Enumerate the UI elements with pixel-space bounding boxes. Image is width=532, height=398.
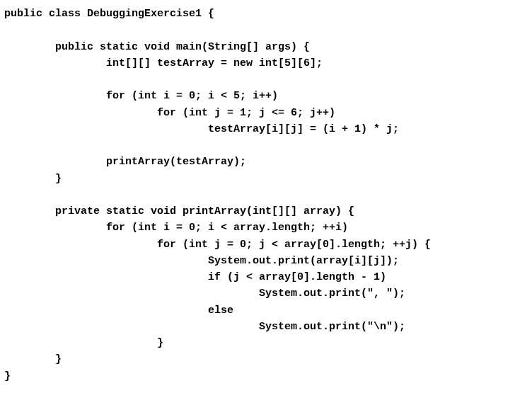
code-line: int[][] testArray = new int[5][6];: [4, 57, 323, 69]
code-line: }: [4, 337, 163, 349]
code-block: public class DebuggingExercise1 { public…: [0, 0, 532, 390]
code-line: if (j < array[0].length - 1): [4, 271, 386, 283]
code-line: System.out.print(", ");: [4, 288, 405, 300]
code-line: public class DebuggingExercise1 {: [4, 8, 214, 20]
code-line: for (int i = 0; i < array.length; ++i): [4, 222, 348, 234]
code-line: else: [4, 305, 233, 317]
code-line: private static void printArray(int[][] a…: [4, 205, 354, 217]
code-line: testArray[i][j] = (i + 1) * j;: [4, 123, 399, 135]
code-line: for (int i = 0; i < 5; i++): [4, 90, 278, 102]
code-line: printArray(testArray);: [4, 156, 246, 168]
code-line: }: [4, 370, 11, 382]
code-line: public static void main(String[] args) {: [4, 41, 310, 53]
code-line: for (int j = 1; j <= 6; j++): [4, 107, 335, 119]
code-line: }: [4, 173, 62, 185]
code-line: System.out.print("\n");: [4, 321, 405, 333]
code-line: for (int j = 0; j < array[0].length; ++j…: [4, 239, 431, 251]
code-line: System.out.print(array[i][j]);: [4, 255, 399, 267]
code-line: }: [4, 353, 62, 365]
